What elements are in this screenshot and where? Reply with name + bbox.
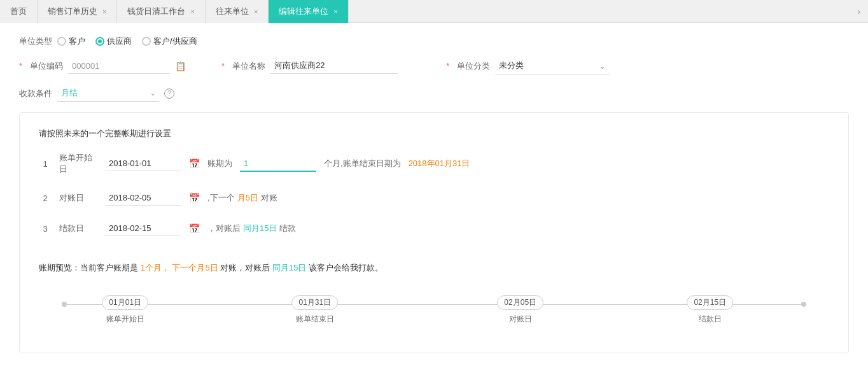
timeline-badge-1: 01月01日 bbox=[102, 295, 148, 310]
tab-contacts[interactable]: 往来单位 × bbox=[206, 0, 269, 23]
row-3-desc-highlight: 同月15日 bbox=[243, 223, 277, 234]
row-1-calendar-icon[interactable]: 📅 bbox=[189, 158, 200, 169]
radio-supplier-circle bbox=[95, 37, 104, 46]
row-1-period-input[interactable] bbox=[240, 156, 316, 172]
preview-label: 账期预览：当前客户账期是 bbox=[39, 263, 138, 272]
row-2-label: 对账日 bbox=[59, 192, 97, 204]
settings-card-title: 请按照未来的一个完整帐期进行设置 bbox=[39, 128, 829, 139]
timeline-badge-3: 02月05日 bbox=[497, 295, 543, 310]
name-required: * bbox=[221, 61, 225, 71]
preview-pay: 同月15日 bbox=[272, 263, 306, 272]
unit-name-label: 单位名称 bbox=[232, 60, 265, 72]
timeline-label-4: 结款日 bbox=[699, 314, 722, 325]
radio-supplier[interactable]: 供应商 bbox=[95, 36, 132, 47]
timeline-point-3: 02月05日 对账日 bbox=[497, 295, 543, 325]
tab-cash-work-close[interactable]: × bbox=[190, 8, 194, 15]
tab-contacts-label: 往来单位 bbox=[216, 6, 249, 17]
unit-category-value: 未分类 bbox=[499, 60, 594, 71]
row-2-desc-suffix: 对账 bbox=[261, 192, 277, 204]
row-1-label: 账单开始日 bbox=[59, 152, 97, 175]
unit-code-input[interactable] bbox=[68, 59, 170, 74]
unit-code-calendar-icon[interactable]: 📋 bbox=[175, 61, 186, 71]
unit-name-input[interactable] bbox=[270, 59, 398, 74]
payment-terms-row: 收款条件 月结 ⌄ ? bbox=[19, 85, 849, 102]
code-required: * bbox=[19, 61, 22, 71]
payment-terms-chevron-icon: ⌄ bbox=[150, 90, 155, 97]
settings-card: 请按照未来的一个完整帐期进行设置 1 账单开始日 📅 账期为 个月,账单结束日期… bbox=[19, 112, 849, 353]
tab-cash-work[interactable]: 钱货日清工作台 × bbox=[117, 0, 205, 23]
row-3-date-input[interactable] bbox=[105, 221, 181, 236]
category-chevron-icon: ⌄ bbox=[599, 61, 606, 71]
payment-terms-select[interactable]: 月结 ⌄ bbox=[57, 85, 159, 102]
timeline-section: 01月01日 账单开始日 01月31日 账单结束日 02月05日 对账日 02月… bbox=[39, 280, 829, 337]
main-content: 单位类型 客户 供应商 客户/供应商 * 单位编码 📋 * 单位名称 * bbox=[0, 23, 868, 387]
tab-home[interactable]: 首页 bbox=[0, 0, 38, 23]
tab-cash-work-label: 钱货日清工作台 bbox=[127, 6, 185, 17]
row-3-label: 结款日 bbox=[59, 223, 97, 234]
row-1-date-input[interactable] bbox=[105, 156, 181, 171]
tab-bar: 首页 销售订单历史 × 钱货日清工作台 × 往来单位 × 编辑往来单位 × › bbox=[0, 0, 868, 23]
tab-sales-history[interactable]: 销售订单历史 × bbox=[38, 0, 117, 23]
timeline-start-dot bbox=[62, 302, 67, 307]
row-2-desc-prefix: ,下一个 bbox=[207, 192, 235, 204]
setting-row-3: 3 结款日 📅 ，对账后同月15日结款 bbox=[39, 221, 829, 236]
row-2-date-input[interactable] bbox=[105, 190, 181, 206]
row-2-num: 2 bbox=[39, 194, 52, 203]
timeline-end-dot bbox=[801, 302, 806, 307]
unit-info-row: * 单位编码 📋 * 单位名称 * 单位分类 未分类 ⌄ bbox=[19, 57, 849, 74]
payment-terms-label: 收款条件 bbox=[19, 88, 52, 99]
row-1-period-unit: 个月,账单结束日期为 bbox=[324, 158, 401, 169]
setting-row-1: 1 账单开始日 📅 账期为 个月,账单结束日期为 2018年01月31日 bbox=[39, 152, 829, 175]
setting-row-2: 2 对账日 📅 ,下一个月5日对账 bbox=[39, 190, 829, 206]
preview-mid: 对账，对账后 bbox=[220, 263, 270, 272]
row-3-desc: ，对账后同月15日结款 bbox=[207, 223, 296, 234]
tab-sales-history-close[interactable]: × bbox=[102, 8, 106, 15]
unit-code-label: 单位编码 bbox=[30, 60, 63, 72]
preview-check: 下一个月5日 bbox=[172, 263, 218, 272]
tab-sales-history-label: 销售订单历史 bbox=[48, 6, 97, 17]
tab-home-label: 首页 bbox=[10, 6, 27, 17]
radio-both-circle bbox=[142, 37, 151, 46]
radio-customer-label: 客户 bbox=[69, 36, 85, 47]
radio-both-label: 客户/供应商 bbox=[153, 36, 197, 47]
radio-customer-circle bbox=[57, 37, 66, 46]
unit-category-label: 单位分类 bbox=[457, 60, 490, 72]
row-2-calendar-icon[interactable]: 📅 bbox=[189, 193, 200, 203]
tab-edit-contacts-label: 编辑往来单位 bbox=[279, 6, 328, 17]
row-2-desc-highlight: 月5日 bbox=[237, 192, 258, 204]
tab-more-arrow[interactable]: › bbox=[850, 6, 868, 17]
timeline-badge-2: 01月31日 bbox=[291, 295, 338, 310]
timeline-label-1: 账单开始日 bbox=[106, 314, 144, 325]
radio-supplier-label: 供应商 bbox=[107, 36, 132, 47]
unit-type-row: 单位类型 客户 供应商 客户/供应商 bbox=[19, 36, 849, 47]
category-required: * bbox=[446, 61, 449, 71]
payment-terms-value: 月结 bbox=[61, 87, 146, 99]
row-1-end-date: 2018年01月31日 bbox=[409, 158, 470, 169]
radio-customer[interactable]: 客户 bbox=[57, 36, 85, 47]
unit-category-select[interactable]: 未分类 ⌄ bbox=[495, 57, 610, 74]
row-1-period-label: 账期为 bbox=[207, 158, 232, 169]
unit-type-label: 单位类型 bbox=[19, 36, 52, 47]
unit-type-radio-group: 客户 供应商 客户/供应商 bbox=[57, 36, 197, 47]
payment-terms-help-icon[interactable]: ? bbox=[164, 88, 174, 99]
preview-section: 账期预览：当前客户账期是 1个月， 下一个月5日 对账，对账后 同月15日 该客… bbox=[39, 251, 829, 280]
row-1-num: 1 bbox=[39, 159, 52, 169]
timeline-label-2: 账单结束日 bbox=[296, 314, 334, 325]
timeline-label-3: 对账日 bbox=[509, 314, 532, 325]
row-3-num: 3 bbox=[39, 224, 52, 234]
row-3-calendar-icon[interactable]: 📅 bbox=[189, 223, 200, 234]
tab-edit-contacts[interactable]: 编辑往来单位 × bbox=[269, 0, 348, 23]
row-3-desc-prefix: ，对账后 bbox=[207, 223, 241, 234]
tab-edit-contacts-close[interactable]: × bbox=[333, 8, 337, 15]
row-3-desc-suffix: 结款 bbox=[279, 223, 296, 234]
timeline-point-2: 01月31日 账单结束日 bbox=[291, 295, 338, 325]
preview-period: 1个月， bbox=[141, 263, 170, 272]
preview-end: 该客户会给我打款。 bbox=[309, 263, 383, 272]
radio-both[interactable]: 客户/供应商 bbox=[142, 36, 197, 47]
timeline-point-1: 01月01日 账单开始日 bbox=[102, 295, 148, 325]
tab-contacts-close[interactable]: × bbox=[254, 8, 258, 15]
timeline-badge-4: 02月15日 bbox=[687, 295, 733, 310]
row-2-desc: ,下一个月5日对账 bbox=[207, 192, 277, 204]
timeline-point-4: 02月15日 结款日 bbox=[687, 295, 733, 325]
